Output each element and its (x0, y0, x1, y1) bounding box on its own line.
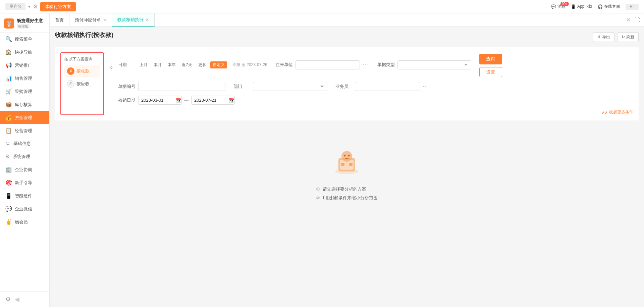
filter-scheme-title: 按以下方案查询 (64, 56, 100, 62)
date-btn-7days[interactable]: 近7天 (180, 61, 194, 68)
verify-date-to-cal-icon[interactable]: 📅 (229, 98, 234, 103)
sidebar-label-finance: 资金管理 (15, 115, 32, 121)
filter-collapse-arrow[interactable]: » (108, 62, 114, 72)
online-service-btn[interactable]: 🎧 在线客服 (598, 4, 620, 9)
page-title: 收款核销执行(按收款) (55, 31, 113, 39)
counterpart-more-btn[interactable]: ··· (363, 62, 369, 68)
doc-no-field: 单据编号 (118, 82, 225, 91)
operation-icon: 📋 (5, 127, 12, 134)
staff-more-btn[interactable]: ··· (423, 84, 429, 90)
gear-icon[interactable]: ⚙ (33, 3, 38, 10)
tab-collection[interactable]: 收款核销执行 ✕ (112, 13, 155, 27)
doc-no-input[interactable] (138, 82, 225, 91)
sidebar-item-operation[interactable]: 📋 经营管理 (0, 124, 49, 137)
counterpart-input[interactable] (296, 60, 360, 69)
verify-date-from-input[interactable] (138, 96, 182, 105)
service-label: 在线客服 (604, 4, 620, 9)
sidebar-label-search-menu: 搜索菜单 (15, 36, 32, 42)
sidebar-item-basic-info[interactable]: 🗂 基础信息 (0, 137, 49, 150)
user-info[interactable]: Rit (626, 4, 639, 10)
sidebar: 🐰 畅捷通好生意 标准版 🔍 搜索菜单 🏠 快捷导航 📢 营销推广 📊 销售管理 (0, 13, 50, 307)
home-icon: 🏠 (5, 49, 12, 55)
verify-date-from-wrap: 📅 (138, 96, 181, 105)
tab-close-all-icon[interactable]: ✕ (625, 15, 632, 24)
svg-point-4 (344, 155, 346, 157)
verify-date-from-cal-icon[interactable]: 📅 (176, 98, 181, 103)
tabs-actions: ✕ ⛶ (625, 15, 644, 24)
filter-by-collection-label: 按收款 (76, 68, 90, 74)
filter-by-collection[interactable]: ¥ 按收款 (64, 65, 100, 77)
header-dropdown-arrow[interactable]: ▾ (28, 4, 30, 9)
verify-date-to-input[interactable] (191, 96, 235, 105)
sidebar-item-member[interactable]: ✌ 畅会员 (0, 215, 49, 228)
collapse-more-btn[interactable]: ∧∧ 收起更多条件 (602, 109, 633, 115)
filter-by-receivable[interactable]: ⏱ 按应收 (64, 78, 100, 90)
refresh-btn[interactable]: ↻ 刷新 (617, 32, 639, 42)
message-btn[interactable]: 💬 消息 99+ (551, 4, 566, 9)
sidebar-item-sales[interactable]: 📊 销售管理 (0, 72, 49, 85)
doc-type-select[interactable] (397, 60, 471, 69)
date-btn-this-year[interactable]: 本年 (166, 61, 178, 68)
tab-prepay[interactable]: 预付冲应付单 ✕ (69, 13, 112, 27)
sidebar-collapse-btn[interactable]: ◀ (15, 296, 19, 303)
sidebar-logo: 🐰 畅捷通好生意 标准版 (0, 13, 49, 33)
industry-btn[interactable]: 体验行业方案 (40, 2, 76, 11)
tab-collection-label: 收款核销执行 (117, 17, 144, 23)
counterpart-label: 往来单位 (275, 62, 293, 68)
tab-expand-icon[interactable]: ⛶ (633, 16, 641, 24)
finance-icon: 💰 (5, 114, 12, 121)
settings-bottom-icon[interactable]: ⚙ (5, 296, 11, 303)
tab-home[interactable]: 首页 (50, 13, 69, 27)
sidebar-item-search-menu[interactable]: 🔍 搜索菜单 (0, 33, 49, 46)
sidebar-item-system[interactable]: ⚙ 系统管理 (0, 150, 49, 163)
filter-by-receivable-label: 按应收 (76, 81, 90, 87)
query-btn[interactable]: 查询 (479, 54, 502, 64)
sidebar-bottom: ⚙ ◀ (0, 291, 49, 307)
sales-icon: 📊 (5, 75, 12, 82)
member-icon: ✌ (5, 219, 12, 225)
sidebar-item-inventory[interactable]: 📦 库存核算 (0, 98, 49, 111)
sidebar-label-guide: 新手引导 (15, 180, 32, 186)
sidebar-item-smart-hw[interactable]: 📱 智能硬件 (0, 189, 49, 202)
date-btn-this-month[interactable]: 本月 (152, 61, 164, 68)
sidebar-item-quick-nav[interactable]: 🏠 快捷导航 (0, 46, 49, 59)
basic-info-icon: 🗂 (5, 141, 11, 147)
filter-section: 按以下方案查询 ¥ 按收款 ⏱ 按应收 » (55, 47, 639, 120)
staff-input[interactable] (355, 82, 420, 91)
sidebar-label-quick-nav: 快捷导航 (15, 49, 32, 55)
sidebar-item-wechat[interactable]: 💬 企业微信 (0, 202, 49, 215)
date-no-limit: 不限 至 2023-07-26 (232, 62, 267, 68)
date-btn-last-month[interactable]: 上月 (138, 61, 150, 68)
sidebar-item-enterprise[interactable]: 🏢 企业协同 (0, 163, 49, 176)
sidebar-item-finance[interactable]: 💰 资金管理 (0, 111, 49, 124)
date-btn-more[interactable]: 更多 (196, 61, 208, 68)
sidebar-label-purchase: 采购管理 (15, 89, 32, 95)
sidebar-label-enterprise: 企业协同 (15, 167, 32, 173)
message-icon: 💬 (551, 4, 556, 9)
message-badge: 99+ (560, 2, 569, 6)
sidebar-item-marketing[interactable]: 📢 营销推广 (0, 59, 49, 72)
tab-collection-close[interactable]: ✕ (146, 17, 149, 22)
settings-btn[interactable]: 设置 (479, 67, 502, 77)
logo-badge: 标准版 (17, 24, 30, 29)
dept-select[interactable] (253, 82, 327, 91)
purchase-icon: 🛒 (5, 88, 12, 95)
svg-rect-7 (349, 163, 353, 166)
export-btn[interactable]: ⬆ 导出 (593, 32, 614, 42)
filter-form: 日期 上月 本月 本年 近7天 更多 自定义 不限 至 2023-07-26 (118, 52, 633, 115)
wechat-icon: 💬 (5, 206, 12, 212)
app-download-btn[interactable]: 📱 App下载 (571, 4, 592, 9)
main-layout: 🐰 畅捷通好生意 标准版 🔍 搜索菜单 🏠 快捷导航 📢 营销推广 📊 销售管理 (0, 13, 644, 307)
service-icon: 🎧 (598, 4, 603, 9)
tab-prepay-close[interactable]: ✕ (103, 18, 106, 22)
empty-tip-2: 用[过滤]条件来缩小分析范围 (323, 194, 377, 202)
filter-scheme-panel: 按以下方案查询 ¥ 按收款 ⏱ 按应收 (60, 52, 104, 115)
empty-tip-row-2: ② 用[过滤]条件来缩小分析范围 (316, 194, 377, 202)
svg-rect-6 (341, 163, 344, 166)
sidebar-item-purchase[interactable]: 🛒 采购管理 (0, 85, 49, 98)
date-btn-custom[interactable]: 自定义 (210, 61, 227, 68)
sidebar-item-guide[interactable]: 🎯 新手引导 (0, 176, 49, 189)
header-right: 💬 消息 99+ 📱 App下载 🎧 在线客服 Rit (551, 4, 639, 10)
sidebar-label-operation: 经营管理 (15, 128, 32, 134)
content-area: 首页 预付冲应付单 ✕ 收款核销执行 ✕ ✕ ⛶ 收款核销执行(按收款) (50, 13, 644, 307)
